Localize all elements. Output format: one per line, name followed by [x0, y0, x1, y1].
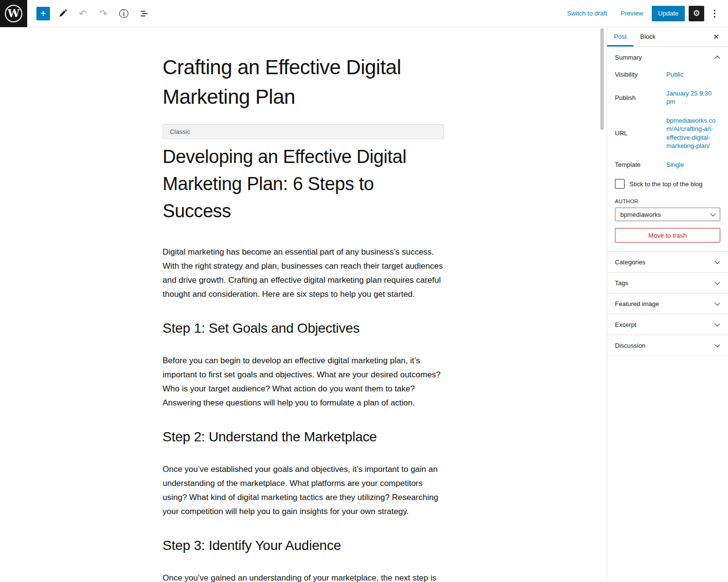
preview-button[interactable]: Preview [616, 10, 648, 17]
wordpress-logo-icon: W [5, 5, 22, 22]
excerpt-panel-title: Excerpt [615, 321, 636, 328]
publish-label: Publish [615, 94, 666, 101]
plus-icon: + [40, 8, 46, 19]
list-view-button[interactable] [136, 6, 152, 21]
undo-button[interactable]: ↶ [75, 6, 91, 21]
chevron-down-icon [714, 321, 720, 326]
chevron-down-icon [714, 259, 720, 264]
classic-block-label: Classic [170, 128, 190, 135]
section-paragraph-step-3[interactable]: Once you’ve gained an understanding of y… [163, 571, 444, 582]
details-button[interactable]: ⓘ [116, 6, 132, 21]
block-inserter-button[interactable]: + [36, 7, 50, 20]
collapsed-panels: Categories Tags Featured image Excerpt D… [607, 251, 728, 356]
switch-to-draft-button[interactable]: Switch to draft [562, 10, 612, 17]
section-heading-step-1[interactable]: Step 1: Set Goals and Objectives [163, 319, 444, 338]
visibility-value-button[interactable]: Public [666, 70, 683, 79]
undo-icon: ↶ [79, 9, 87, 18]
list-view-icon [139, 9, 149, 18]
editor-tools: + ↶ ↷ ⓘ [27, 6, 152, 21]
section-paragraph-step-1[interactable]: Before you can begin to develop an effec… [163, 354, 444, 410]
redo-button[interactable]: ↷ [96, 6, 111, 21]
summary-panel-title: Summary [615, 54, 642, 61]
intro-paragraph[interactable]: Digital marketing has become an essentia… [163, 245, 444, 301]
tools-button[interactable] [55, 6, 70, 21]
tab-block[interactable]: Block [633, 27, 662, 46]
topbar-actions: Switch to draft Preview Update ⚙ ⋮ [562, 6, 728, 21]
gear-icon: ⚙ [693, 8, 700, 18]
options-menu-button[interactable]: ⋮ [708, 8, 721, 19]
sticky-post-checkbox[interactable] [615, 179, 625, 189]
publish-value-button[interactable]: January 25 9:30 pm [666, 89, 720, 106]
info-icon: ⓘ [119, 9, 129, 18]
move-to-trash-button[interactable]: Move to trash [615, 228, 720, 242]
publish-row: Publish January 25 9:30 pm [615, 89, 720, 106]
template-label: Template [615, 161, 666, 168]
section-paragraph-step-2[interactable]: Once you’ve established your goals and o… [163, 462, 444, 518]
chevron-up-icon [714, 55, 720, 61]
tags-panel-title: Tags [615, 279, 628, 287]
sidebar-tabs: Post Block ✕ [607, 27, 728, 47]
categories-panel-header[interactable]: Categories [607, 252, 728, 273]
close-icon: ✕ [713, 32, 719, 41]
author-label: AUTHOR [615, 198, 720, 204]
url-row: URL bpmediaworks.com/AI/crafting-an-effe… [615, 116, 720, 150]
url-label: URL [615, 129, 666, 137]
scrollbar-thumb[interactable] [600, 28, 604, 130]
chevron-down-icon [714, 342, 720, 347]
chevron-down-icon [710, 211, 715, 216]
categories-panel-title: Categories [615, 259, 645, 266]
excerpt-panel-header[interactable]: Excerpt [607, 314, 728, 335]
redo-icon: ↷ [99, 9, 108, 18]
tags-panel-header[interactable]: Tags [607, 273, 728, 293]
wordpress-logo[interactable]: W [0, 0, 27, 27]
update-button[interactable]: Update [652, 6, 685, 21]
pencil-icon [58, 9, 67, 18]
chevron-down-icon [714, 279, 720, 285]
settings-toggle-button[interactable]: ⚙ [689, 6, 704, 21]
visibility-row: Visibility Public [615, 70, 720, 79]
kebab-menu-icon: ⋮ [710, 8, 719, 18]
featured-image-panel-header[interactable]: Featured image [607, 293, 728, 314]
discussion-panel-title: Discussion [615, 342, 645, 349]
settings-sidebar: Post Block ✕ Summary Visibility Public P… [607, 27, 728, 582]
post-subtitle-heading[interactable]: Developing an Effective Digital Marketin… [163, 143, 444, 225]
summary-panel-body: Visibility Public Publish January 25 9:3… [607, 68, 728, 251]
template-row: Template Single [615, 161, 720, 169]
url-value-button[interactable]: bpmediaworks.com/AI/crafting-an-effectiv… [666, 116, 720, 150]
template-value-button[interactable]: Single [666, 161, 684, 169]
classic-block[interactable]: Classic [163, 124, 444, 139]
discussion-panel-header[interactable]: Discussion [607, 335, 728, 356]
post-title[interactable]: Crafting an Effective Digital Marketing … [163, 52, 444, 112]
section-heading-step-2[interactable]: Step 2: Understand the Marketplace [163, 427, 444, 447]
section-heading-step-3[interactable]: Step 3: Identify Your Audience [163, 536, 444, 555]
author-select-value: bpmediaworks [620, 211, 661, 218]
tab-post[interactable]: Post [607, 27, 633, 46]
post-document: Crafting an Effective Digital Marketing … [163, 27, 444, 582]
author-select[interactable]: bpmediaworks [615, 208, 720, 221]
sticky-post-label: Stick to the top of the blog [629, 180, 702, 188]
sticky-post-option[interactable]: Stick to the top of the blog [615, 179, 720, 189]
chevron-down-icon [714, 300, 720, 306]
visibility-label: Visibility [615, 71, 666, 78]
summary-panel-header[interactable]: Summary [607, 47, 728, 68]
editor-canvas: Crafting an Effective Digital Marketing … [0, 27, 607, 582]
editor-top-bar: W + ↶ ↷ ⓘ [0, 0, 728, 27]
close-sidebar-button[interactable]: ✕ [709, 27, 723, 46]
featured-image-panel-title: Featured image [615, 300, 659, 307]
